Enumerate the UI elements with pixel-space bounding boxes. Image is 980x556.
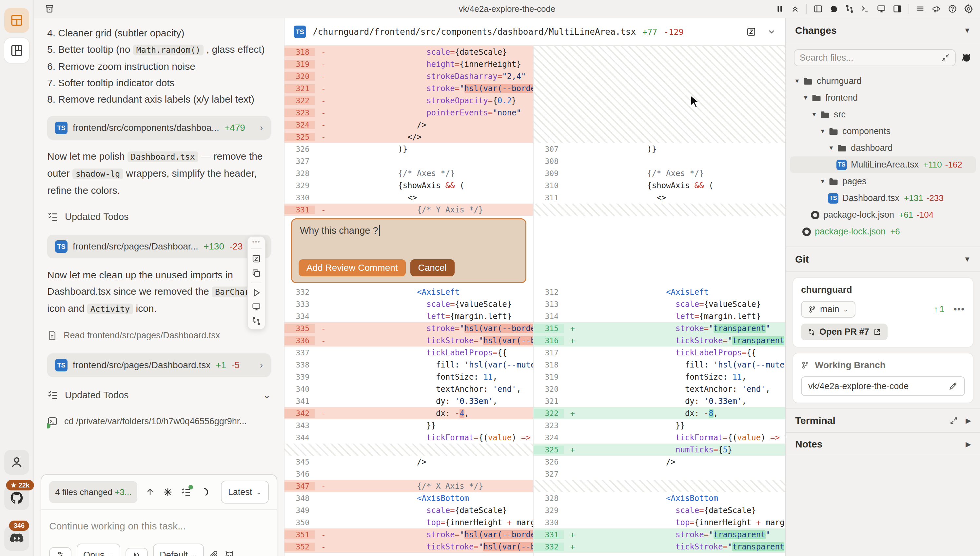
model-dropdown[interactable]: Opus ⌄	[77, 543, 120, 556]
diff-row[interactable]: 313 scale={valueScale}	[534, 298, 785, 310]
diff-row[interactable]: 316+ tickStroke="transparent'	[534, 335, 785, 346]
diff-row[interactable]: 331- {/* Y Axis */}	[284, 204, 533, 216]
tree-file-Dashboard.tsx[interactable]: TSDashboard.tsx+131-233	[790, 190, 976, 207]
git-compare-icon[interactable]	[251, 316, 261, 326]
git-section-header[interactable]: Git ▼	[786, 247, 980, 272]
diff-row[interactable]: 317 tickLabelProps={{	[534, 346, 785, 359]
add-review-comment-button[interactable]: Add Review Comment	[299, 259, 406, 276]
diff-row[interactable]: 324 tickFormat={(value) => f	[534, 432, 785, 444]
mode-dropdown[interactable]: Default ⌄	[153, 543, 203, 556]
diff-row[interactable]: 344 tickFormat={(value) => f	[284, 432, 533, 444]
diff-row[interactable]: 328 <AxisBottom	[534, 492, 785, 504]
diff-row[interactable]: 351- stroke="hsl(var(--border	[284, 529, 533, 541]
working-branch-input[interactable]: vk/4e2a-explore-the-code	[801, 377, 965, 396]
todos-indicator[interactable]	[181, 487, 191, 497]
tree-folder-frontend[interactable]: ▼frontend	[790, 89, 976, 106]
review-comment-box[interactable]: Why this change ? Add Review Comment Can…	[291, 218, 526, 283]
spark-icon[interactable]	[163, 487, 173, 497]
tree-file-package-lock.json[interactable]: package-lock.json+6	[790, 223, 976, 240]
diff-row[interactable]: 330 <>	[284, 191, 533, 204]
branch-dropdown[interactable]: main ⌄	[801, 301, 856, 318]
open-pr-button[interactable]: Open PR #7	[801, 323, 888, 340]
panel-left-icon[interactable]	[814, 4, 823, 13]
diff-row[interactable]: 347- {/* X Axis */}	[284, 480, 533, 492]
diff-row[interactable]: 314 left={margin.left}	[534, 310, 785, 322]
diff-row[interactable]: 319 fontSize: 11,	[534, 371, 785, 383]
diff-row[interactable]: 329 scale={dateScale}	[534, 504, 785, 516]
diff-row[interactable]: 332+ tickStroke="transparent"	[534, 541, 785, 553]
diff-row[interactable]: 320- strokeDasharray="2,4"	[284, 70, 533, 82]
tree-folder-pages[interactable]: ▼pages	[790, 173, 976, 190]
pause-icon[interactable]	[775, 5, 784, 13]
diff-row[interactable]: 349 scale={dateScale}	[284, 504, 533, 516]
diff-row[interactable]: 318 fill: 'hsl(var(--muted	[534, 359, 785, 371]
monitor-icon[interactable]	[877, 4, 886, 13]
file-chip-dashboard-tsx[interactable]: TS frontend/src/pages/Dashboard.tsx +1 -…	[47, 353, 271, 377]
updated-todos-row-2[interactable]: Updated Todos ⌄	[47, 387, 271, 403]
drag-handle-icon[interactable]: •••	[252, 240, 261, 244]
diff-row[interactable]: 320 textAnchor: 'end',	[534, 383, 785, 395]
diff-row[interactable]: 329 {showAxis && (	[284, 179, 533, 191]
git-compare-icon[interactable]	[845, 4, 854, 13]
diff-row[interactable]: 315+ stroke="transparent"	[534, 322, 785, 335]
diff-row[interactable]: 327	[284, 155, 533, 167]
diff-row[interactable]: 307 )}	[534, 143, 785, 155]
diff-row[interactable]: 330 top={innerHeight + margi	[534, 516, 785, 529]
cat-filled-icon[interactable]	[961, 52, 972, 63]
fast-forward-button[interactable]	[126, 548, 148, 556]
diff-row[interactable]: 335- stroke="hsl(var(--border	[284, 322, 533, 335]
diff-row[interactable]: 319- height={innerHeight}	[284, 58, 533, 70]
tree-folder-dashboard[interactable]: ▼dashboard	[790, 140, 976, 157]
tree-file-MultiLineArea.tsx[interactable]: TSMultiLineArea.tsx+110-162	[790, 157, 976, 173]
diff-row[interactable]: 325- </>	[284, 131, 533, 143]
diff-row[interactable]: 337 tickLabelProps={{	[284, 346, 533, 359]
tree-folder-churnguard[interactable]: ▼churnguard	[790, 73, 976, 89]
diff-row[interactable]: 332 <AxisLeft	[284, 286, 533, 298]
megaphone-icon[interactable]	[932, 4, 941, 13]
discord-button[interactable]: 346	[4, 526, 29, 551]
diff-mode-icon[interactable]	[746, 27, 756, 37]
diff-row[interactable]: 352- tickStroke="hsl(var(--bo	[284, 541, 533, 553]
diff-row[interactable]: 346	[284, 468, 533, 480]
changes-section-header[interactable]: Changes ▼	[786, 18, 980, 43]
diff-row[interactable]: 327	[534, 468, 785, 480]
terminal-section-header[interactable]: Terminal ▶	[786, 409, 980, 432]
diff-row[interactable]: 331+ stroke="transparent"	[534, 529, 785, 541]
settings-sliders-button[interactable]	[49, 547, 71, 556]
terminal-icon[interactable]	[861, 4, 870, 13]
archive-box-icon[interactable]	[45, 4, 55, 14]
diff-row[interactable]: 326 )}	[284, 143, 533, 155]
latest-dropdown[interactable]: Latest ⌄	[221, 481, 269, 504]
arrow-up-icon[interactable]	[145, 487, 155, 497]
workspace-tab-active[interactable]	[4, 8, 29, 33]
chevron-down-icon[interactable]: ⌄	[263, 387, 271, 403]
tree-folder-components[interactable]: ▼components	[790, 123, 976, 140]
diff-row[interactable]: 323- pointerEvents="none"	[284, 107, 533, 119]
diff-row[interactable]: 324- />	[284, 119, 533, 131]
account-button[interactable]	[4, 450, 29, 475]
paperclip-icon[interactable]	[209, 550, 219, 556]
diff-row[interactable]: 312 <AxisLeft	[534, 286, 785, 298]
workspace-tab[interactable]	[4, 38, 29, 63]
pencil-icon[interactable]	[949, 381, 958, 391]
copy-icon[interactable]	[251, 268, 261, 278]
diff-row[interactable]: 333 scale={valueScale}	[284, 298, 533, 310]
diff-row[interactable]: 309 {/* Axes */}	[534, 167, 785, 179]
help-icon[interactable]	[948, 4, 957, 13]
diff-row[interactable]: 328 {/* Axes */}	[284, 167, 533, 179]
diff-row[interactable]: 340 textAnchor: 'end',	[284, 383, 533, 395]
more-options-button[interactable]: •••	[954, 304, 965, 314]
diff-row[interactable]: 321 dy: '0.33em',	[534, 395, 785, 407]
diff-row[interactable]: 350 top={innerHeight + margi	[284, 516, 533, 529]
chevrons-up-icon[interactable]	[791, 4, 800, 13]
collapse-arrows-icon[interactable]	[941, 53, 950, 62]
diff-row[interactable]: 308	[534, 155, 785, 167]
chat-bubble-icon[interactable]	[829, 4, 838, 13]
diff-row[interactable]: 339 fontSize: 11,	[284, 371, 533, 383]
tree-folder-src[interactable]: ▼src	[790, 106, 976, 123]
diff-row[interactable]: 345 />	[284, 456, 533, 468]
expand-icon[interactable]	[949, 416, 958, 425]
tree-file-package-lock.json[interactable]: package-lock.json+61-104	[790, 207, 976, 223]
menu-icon[interactable]	[916, 4, 925, 13]
diff-row[interactable]: 322+ dx: -8,	[534, 407, 785, 419]
